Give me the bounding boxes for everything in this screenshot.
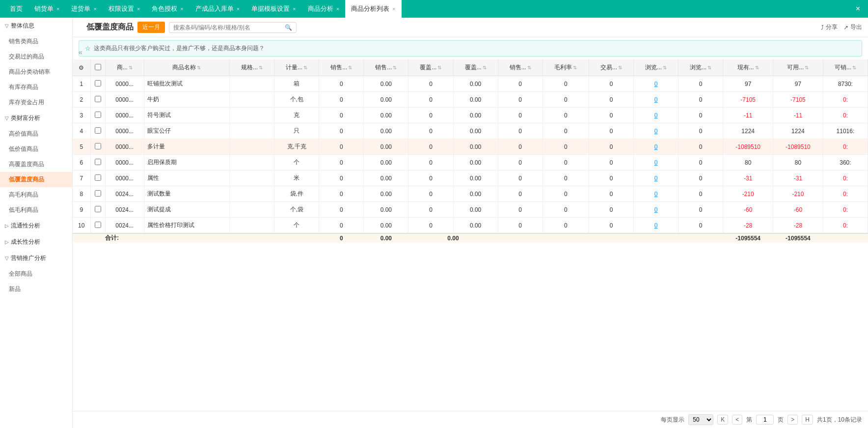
row-checkbox[interactable] (90, 123, 105, 139)
sidebar-item-sales-goods[interactable]: 销售类商品 (0, 34, 72, 49)
first-page-button[interactable]: K (717, 415, 728, 425)
nav-permission[interactable]: 权限设置 × (103, 0, 146, 18)
sidebar-item-low-coverage[interactable]: 低覆盖度商品 (0, 172, 72, 187)
row-browse1[interactable]: 0 (634, 155, 678, 171)
row-browse1[interactable]: 0 (634, 123, 678, 139)
window-close-button[interactable]: × (852, 4, 864, 13)
row-browse1[interactable]: 0 (634, 171, 678, 186)
col-name[interactable]: 商品名称⇅ (144, 59, 229, 76)
col-sales-qty[interactable]: 销售...⇅ (319, 59, 364, 76)
nav-role[interactable]: 角色授权 × (146, 0, 189, 18)
sidebar-section-overall[interactable]: ▽ 整体信息 (0, 18, 72, 34)
row-trade: 0 (589, 108, 633, 123)
sidebar-item-category-rate[interactable]: 商品分类动销率 (0, 64, 72, 80)
col-cover1[interactable]: 覆盖...⇅ (408, 59, 453, 76)
page-number-input[interactable] (756, 415, 774, 425)
row-spec (230, 76, 274, 92)
row-saleable: 0: (823, 202, 868, 218)
col-available[interactable]: 可用...⇅ (773, 59, 823, 76)
row-checkbox[interactable] (90, 76, 105, 92)
row-unit: 只 (274, 123, 319, 139)
row-checkbox[interactable] (90, 186, 105, 202)
row-checkbox[interactable] (90, 108, 105, 123)
col-saleable[interactable]: 可销...⇅ (823, 59, 868, 76)
sidebar-item-stock-goods[interactable]: 有库存商品 (0, 80, 72, 95)
row-browse1[interactable]: 0 (634, 139, 678, 155)
row-checkbox[interactable] (90, 171, 105, 186)
nav-product-analysis-list[interactable]: 商品分析列表 × (345, 0, 401, 18)
col-cover2[interactable]: 覆盖...⇅ (453, 59, 498, 76)
row-checkbox[interactable] (90, 218, 105, 234)
col-settings[interactable]: ⚙ (73, 59, 90, 76)
nav-close-product-inbound[interactable]: × (237, 0, 240, 18)
row-browse1[interactable]: 0 (634, 218, 678, 234)
col-sales2[interactable]: 销售...⇅ (498, 59, 542, 76)
row-sales2: 0 (498, 171, 542, 186)
row-browse1[interactable]: 0 (634, 108, 678, 123)
nav-product-inbound[interactable]: 产成品入库单 × (190, 0, 245, 18)
row-checkbox[interactable] (90, 139, 105, 155)
col-browse1[interactable]: 浏览...⇅ (634, 59, 678, 76)
row-browse2: 0 (678, 76, 723, 92)
nav-close-template[interactable]: × (293, 0, 296, 18)
per-page-select[interactable]: 50 10 20 100 (688, 414, 713, 425)
row-browse1[interactable]: 0 (634, 202, 678, 218)
col-trade[interactable]: 交易...⇅ (589, 59, 633, 76)
sidebar-section-marketing[interactable]: ▽ 营销推广分析 (0, 250, 72, 266)
row-checkbox[interactable] (90, 202, 105, 218)
sidebar-item-low-gross[interactable]: 低毛利商品 (0, 202, 72, 218)
nav-close-product-analysis[interactable]: × (336, 0, 339, 18)
sidebar-item-traded-goods[interactable]: 交易过的商品 (0, 49, 72, 64)
next-page-button[interactable]: > (787, 415, 798, 425)
nav-product-analysis[interactable]: 商品分析 × (302, 0, 345, 18)
sidebar-item-low-value[interactable]: 低价值商品 (0, 142, 72, 157)
row-cover2: 0.00 (453, 155, 498, 171)
sidebar-item-high-coverage[interactable]: 高覆盖度商品 (0, 157, 72, 172)
sidebar-item-high-gross[interactable]: 高毛利商品 (0, 187, 72, 202)
sidebar-item-stock-capital[interactable]: 库存资金占用 (0, 95, 72, 110)
sidebar-section-growth[interactable]: ▷ 成长性分析 (0, 234, 72, 250)
nav-close-role[interactable]: × (180, 0, 183, 18)
col-sales-amt[interactable]: 销售...⇅ (364, 59, 408, 76)
row-sales2: 0 (498, 108, 542, 123)
nav-close-analysis-list[interactable]: × (392, 0, 395, 18)
row-checkbox[interactable] (90, 92, 105, 108)
share-button[interactable]: ⤴ 分享 (821, 23, 838, 31)
time-filter-button[interactable]: 近一月 (137, 22, 165, 33)
sidebar-item-new-goods[interactable]: 新品 (0, 282, 72, 297)
nav-close-permission[interactable]: × (137, 0, 140, 18)
col-current[interactable]: 现有...⇅ (723, 59, 773, 76)
nav-close-purchase[interactable]: × (93, 0, 96, 18)
nav-template-settings[interactable]: 单据模板设置 × (245, 0, 301, 18)
col-unit[interactable]: 计量...⇅ (274, 59, 319, 76)
nav-home[interactable]: 首页 (4, 0, 28, 18)
nav-purchase[interactable]: 进货单 × (65, 0, 102, 18)
col-code[interactable]: 商...⇅ (105, 59, 144, 76)
sidebar-section-circulation[interactable]: ▷ 流通性分析 (0, 218, 72, 234)
row-browse1[interactable]: 0 (634, 92, 678, 108)
sidebar-item-all-goods[interactable]: 全部商品 (0, 266, 72, 282)
row-trade: 0 (589, 123, 633, 139)
col-spec[interactable]: 规格...⇅ (230, 59, 274, 76)
row-checkbox[interactable] (90, 155, 105, 171)
sidebar-item-high-value[interactable]: 高价值商品 (0, 126, 72, 142)
page-suffix-label: 页 (778, 416, 784, 424)
col-browse2[interactable]: 浏览...⇅ (678, 59, 723, 76)
sidebar-collapse-button[interactable]: « (79, 48, 82, 56)
col-gross[interactable]: 毛利率⇅ (542, 59, 589, 76)
nav-sales-order[interactable]: 销货单 × (28, 0, 65, 18)
export-button[interactable]: ↗ 导出 (843, 23, 862, 31)
nav-close-sales[interactable]: × (56, 0, 59, 18)
select-all-checkbox[interactable] (95, 64, 101, 70)
content-area: « 低覆盖度商品 近一月 🔍 ⤴ 分享 ↗ 导出 ☆ 这类商品只有很少客户购 (73, 18, 868, 428)
search-input[interactable] (173, 24, 283, 31)
row-browse1[interactable]: 0 (634, 186, 678, 202)
last-page-button[interactable]: H (802, 415, 813, 425)
prev-page-button[interactable]: < (732, 415, 742, 425)
row-browse2: 0 (678, 139, 723, 155)
row-browse1[interactable]: 0 (634, 76, 678, 92)
search-icon[interactable]: 🔍 (285, 24, 292, 31)
sidebar-section-wealth[interactable]: ▽ 类财富分析 (0, 110, 72, 126)
col-checkbox[interactable] (90, 59, 105, 76)
row-gross: 0 (542, 139, 589, 155)
